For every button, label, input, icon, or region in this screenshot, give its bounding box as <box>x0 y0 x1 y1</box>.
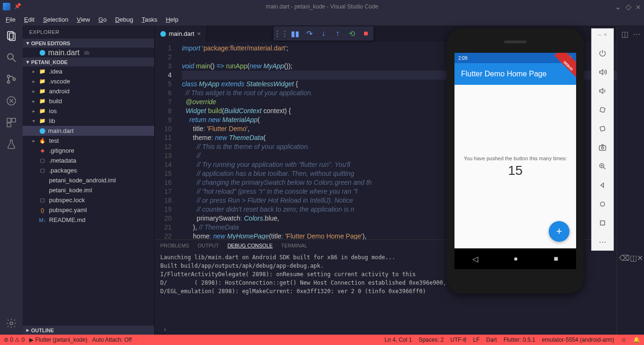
outline-header[interactable]: ▸ OUTLINE <box>23 326 154 335</box>
nav-recent-icon[interactable]: ■ <box>554 255 559 263</box>
status-auto-attach[interactable]: Auto Attach: Off <box>92 337 132 343</box>
pause-icon[interactable]: ▮▮ <box>291 30 299 37</box>
panel-tab-problems[interactable]: PROBLEMS <box>160 243 189 248</box>
svg-rect-8 <box>7 118 11 122</box>
close-tab-icon[interactable]: × <box>197 30 201 37</box>
status-lang[interactable]: Dart <box>486 337 497 343</box>
tree-item-test[interactable]: ▸🔥test <box>23 136 154 146</box>
breadcrumb-caret[interactable]: › <box>155 324 644 335</box>
emulator-close-icon[interactable]: × <box>604 32 607 37</box>
emu-back-icon[interactable] <box>597 180 608 191</box>
menu-tasks[interactable]: Tasks <box>138 15 161 24</box>
tree-item-main-dart[interactable]: main.dart <box>23 126 154 136</box>
tree-item-pubspec-yaml[interactable]: {}pubspec.yaml <box>23 205 154 215</box>
tree-item--gitignore[interactable]: ◆.gitignore <box>23 146 154 156</box>
tree-item-lib[interactable]: ▾📁lib <box>23 116 154 126</box>
menu-debug[interactable]: Debug <box>111 15 137 24</box>
nav-home-icon[interactable]: ● <box>513 255 518 263</box>
status-bell-icon[interactable]: 🔔 <box>633 337 640 343</box>
step-over-icon[interactable]: ↷ <box>305 30 313 37</box>
volume-up-icon[interactable] <box>597 66 608 78</box>
extensions-icon[interactable] <box>5 116 18 129</box>
emu-more-icon[interactable]: ⋯ <box>597 236 608 247</box>
explorer-icon[interactable] <box>5 29 18 42</box>
rotate-left-icon[interactable] <box>597 104 608 115</box>
phone-nav-bar: ◁ ● ■ <box>454 248 576 269</box>
menu-edit[interactable]: Edit <box>20 15 38 24</box>
git-icon[interactable] <box>5 73 18 86</box>
rotate-right-icon[interactable] <box>597 123 608 134</box>
phone-screen[interactable]: 2:09 📶 🔋 Flutter Demo Home Page DEBUG Yo… <box>454 53 576 269</box>
window-close[interactable]: ⨉ <box>636 2 640 11</box>
status-lncol[interactable]: Ln 4, Col 1 <box>385 337 412 343</box>
project-header[interactable]: ▾ PETANI_KODE <box>23 58 154 66</box>
emu-home-icon[interactable] <box>597 198 608 210</box>
stop-icon[interactable]: ■ <box>362 30 370 37</box>
debug-toolbar[interactable]: ⋮⋮ ▮▮ ↷ ↓ ↑ ⟲ ■ <box>273 26 373 41</box>
search-icon[interactable] <box>5 51 18 64</box>
nav-back-icon[interactable]: ◁ <box>472 255 478 263</box>
menu-view[interactable]: View <box>73 15 94 24</box>
debug-icon[interactable] <box>5 94 18 107</box>
close-panel-icon[interactable]: ✕ <box>637 254 643 263</box>
tree-item-ios[interactable]: ▸📁ios <box>23 106 154 116</box>
step-into-icon[interactable]: ↓ <box>320 30 327 37</box>
tree-item-build[interactable]: ▸📁build <box>23 96 154 106</box>
tree-item-README-md[interactable]: M↓README.md <box>23 215 154 225</box>
status-device[interactable]: emulator-5554 (android-arm) <box>542 337 614 343</box>
chevron-icon: ▸ <box>31 79 36 84</box>
android-emulator: 2:09 📶 🔋 Flutter Demo Home Page DEBUG Yo… <box>447 28 584 294</box>
svg-rect-21 <box>601 221 605 225</box>
open-editor-file[interactable]: main.dart lib <box>23 48 154 58</box>
status-feedback-icon[interactable]: ☺ <box>621 337 627 343</box>
flask-icon[interactable] <box>5 138 18 151</box>
menu-selection[interactable]: Selection <box>39 15 72 24</box>
clear-console-icon[interactable]: ⌫ <box>619 254 630 263</box>
emulator-minimize-icon[interactable]: – <box>598 32 601 37</box>
fab-add-button[interactable]: + <box>549 221 570 242</box>
volume-down-icon[interactable] <box>597 85 608 97</box>
sidebar-title: EXPLORER <box>23 25 154 39</box>
status-spaces[interactable]: Spaces: 2 <box>419 337 444 343</box>
tree-item-android[interactable]: ▸📁android <box>23 86 154 96</box>
tree-item--packages[interactable]: ▢.packages <box>23 165 154 175</box>
editor-tab[interactable]: main.dart × <box>155 25 207 42</box>
zoom-icon[interactable] <box>597 161 608 172</box>
camera-icon[interactable] <box>597 142 608 153</box>
panel-tab-output[interactable]: OUTPUT <box>198 243 219 248</box>
power-icon[interactable] <box>597 48 608 59</box>
tree-item--vscode[interactable]: ▸📁.vscode <box>23 76 154 86</box>
chevron-icon: ▸ <box>31 69 36 74</box>
pin-icon[interactable]: 📌 <box>14 3 21 10</box>
file-icon: ▢ <box>39 167 46 174</box>
status-errors[interactable]: ⊘ 0 ⚠ 0 <box>4 337 25 343</box>
svg-point-5 <box>8 81 10 83</box>
window-minimize[interactable]: ⌄ <box>615 2 621 11</box>
settings-gear-icon[interactable] <box>5 317 18 330</box>
panel-tab-terminal[interactable]: TERMINAL <box>281 243 307 248</box>
tree-item--idea[interactable]: ▸📁.idea <box>23 66 154 76</box>
drag-handle-icon[interactable]: ⋮⋮ <box>277 30 285 37</box>
open-editors-header[interactable]: ▾ OPEN EDITORS <box>23 39 154 48</box>
restart-icon[interactable]: ⟲ <box>348 30 355 37</box>
window-maximize[interactable]: ◇ <box>626 2 631 11</box>
status-eol[interactable]: LF <box>473 337 479 343</box>
status-launch[interactable]: ▶ Flutter (petani_kode) <box>29 337 87 343</box>
menu-go[interactable]: Go <box>95 15 110 24</box>
panel-layout-icon[interactable]: ◫ <box>630 254 637 263</box>
tree-item-pubspec-lock[interactable]: ▢pubspec.lock <box>23 195 154 205</box>
panel-tab-debug-console[interactable]: DEBUG CONSOLE <box>227 243 272 248</box>
menu-help[interactable]: Help <box>162 15 182 24</box>
step-out-icon[interactable]: ↑ <box>334 30 341 37</box>
split-editor-icon[interactable]: ◫ <box>621 30 628 39</box>
tree-item-petani_kode_android-iml[interactable]: petani_kode_android.iml <box>23 175 154 185</box>
status-flutter[interactable]: Flutter: 0.5.1 <box>504 337 535 343</box>
tree-item-petani_kode-iml[interactable]: petani_kode.iml <box>23 185 154 195</box>
status-encoding[interactable]: UTF-8 <box>450 337 466 343</box>
more-icon[interactable]: ⋯ <box>633 30 640 39</box>
menu-file[interactable]: File <box>2 15 19 24</box>
tree-item--metadata[interactable]: ▢.metadata <box>23 156 154 165</box>
emu-overview-icon[interactable] <box>597 217 608 229</box>
line-gutter: 1234567891011121314151617181920212223 <box>155 42 177 239</box>
md-icon: M↓ <box>39 216 46 224</box>
